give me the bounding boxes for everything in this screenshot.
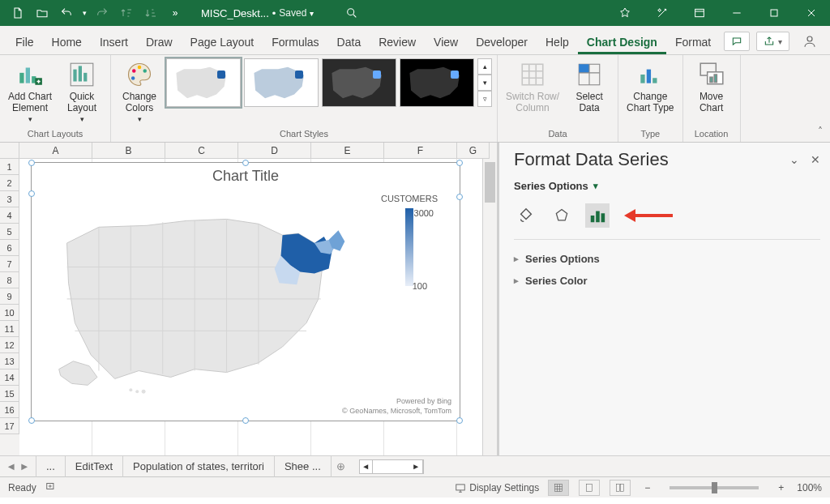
macro-record-icon[interactable] [45, 481, 58, 494]
zoom-level[interactable]: 100% [797, 482, 822, 493]
sheet-nav[interactable]: ◄ ► [0, 460, 36, 472]
row-header[interactable]: 15 [0, 386, 19, 402]
select-data-button[interactable]: Select Data [566, 58, 613, 115]
row-header[interactable]: 7 [0, 256, 19, 272]
close-button[interactable] [793, 0, 830, 26]
row-header[interactable]: 11 [0, 321, 19, 337]
series-options-dropdown[interactable]: Series Options [514, 180, 588, 192]
document-title[interactable]: MISC_Deskt... • Saved ▾ [201, 7, 314, 19]
vertical-scrollbar[interactable] [482, 159, 497, 455]
sheet-tab[interactable]: Shee ... [275, 456, 332, 477]
select-all-corner[interactable] [0, 143, 19, 159]
maximize-button[interactable] [755, 0, 793, 26]
resize-handle[interactable] [28, 417, 35, 424]
comments-button[interactable] [724, 32, 750, 51]
zoom-in-button[interactable]: + [773, 482, 789, 493]
resize-handle[interactable] [242, 160, 249, 166]
col-header[interactable]: G [457, 143, 490, 159]
resize-handle[interactable] [456, 194, 463, 200]
row-header[interactable]: 2 [0, 175, 19, 191]
tab-data[interactable]: Data [328, 29, 370, 54]
redo-icon[interactable] [91, 2, 113, 24]
panel-dropdown-icon[interactable]: ⌄ [789, 153, 799, 166]
add-sheet-button[interactable]: ⊕ [332, 460, 351, 472]
share-button[interactable]: ▾ [756, 32, 789, 51]
tab-insert[interactable]: Insert [91, 29, 137, 54]
quick-layout-button[interactable]: Quick Layout▾ [58, 58, 105, 126]
zoom-slider[interactable] [670, 486, 759, 489]
tab-format[interactable]: Format [666, 29, 720, 54]
expander-series-options[interactable]: ▸Series Options [514, 248, 820, 270]
change-colors-button[interactable]: Change Colors▾ [116, 58, 163, 126]
effects-tab-icon[interactable] [550, 203, 574, 228]
new-file-icon[interactable] [6, 2, 29, 24]
chart-legend[interactable]: CUSTOMERS 3000 100 [369, 194, 450, 291]
undo-dropdown-icon[interactable]: ▾ [79, 2, 89, 24]
col-header[interactable]: E [311, 143, 384, 159]
col-header[interactable]: D [238, 143, 311, 159]
resize-handle[interactable] [28, 160, 35, 166]
row-header[interactable]: 6 [0, 240, 19, 256]
minimize-button[interactable] [718, 0, 755, 26]
view-normal-button[interactable] [548, 480, 569, 496]
map-plot-area[interactable] [43, 194, 362, 396]
fill-line-tab-icon[interactable] [514, 203, 538, 228]
chart-style-1[interactable] [166, 58, 241, 107]
row-header[interactable]: 13 [0, 353, 19, 369]
row-header[interactable]: 5 [0, 224, 19, 240]
tab-view[interactable]: View [425, 29, 467, 54]
chart-style-3[interactable] [322, 58, 396, 107]
col-header[interactable]: F [384, 143, 457, 159]
row-header[interactable]: 12 [0, 337, 19, 353]
panel-close-icon[interactable]: ✕ [811, 153, 820, 166]
styles-scroll-down[interactable]: ▾ [477, 75, 492, 91]
tab-developer[interactable]: Developer [467, 29, 537, 54]
premium-icon[interactable] [606, 0, 644, 26]
tab-draw[interactable]: Draw [137, 29, 182, 54]
sheet-tab-overflow[interactable]: ... [36, 456, 66, 477]
view-page-break-button[interactable] [610, 480, 631, 496]
row-header[interactable]: 8 [0, 272, 19, 288]
row-header[interactable]: 17 [0, 418, 19, 434]
expander-series-color[interactable]: ▸Series Color [514, 270, 820, 292]
sort-desc-icon[interactable] [139, 2, 162, 24]
account-icon[interactable] [796, 32, 824, 51]
col-header[interactable]: A [19, 143, 92, 159]
cells-grid[interactable]: Chart Title [19, 159, 482, 455]
zoom-out-button[interactable]: − [640, 482, 655, 493]
collapse-ribbon-icon[interactable]: ˄ [811, 55, 830, 142]
tab-review[interactable]: Review [370, 29, 425, 54]
resize-handle[interactable] [242, 417, 249, 424]
row-header[interactable]: 9 [0, 288, 19, 305]
open-file-icon[interactable] [31, 2, 53, 24]
col-header[interactable]: B [92, 143, 165, 159]
undo-icon[interactable] [55, 2, 78, 24]
resize-handle[interactable] [456, 160, 463, 166]
row-header[interactable]: 14 [0, 369, 19, 386]
tab-file[interactable]: File [6, 29, 43, 54]
tab-home[interactable]: Home [43, 29, 91, 54]
move-chart-button[interactable]: Move Chart [688, 58, 735, 115]
magic-icon[interactable] [644, 0, 681, 26]
tab-chart-design[interactable]: Chart Design [578, 29, 666, 54]
resize-handle[interactable] [28, 190, 35, 197]
row-header[interactable]: 1 [0, 159, 19, 175]
display-settings-button[interactable]: Display Settings [455, 482, 539, 493]
tab-help[interactable]: Help [537, 29, 578, 54]
row-header[interactable]: 10 [0, 305, 19, 321]
change-chart-type-button[interactable]: Change Chart Type [623, 58, 677, 115]
resize-handle[interactable] [456, 417, 463, 424]
series-options-tab-icon[interactable] [585, 203, 610, 228]
chart-style-2[interactable] [244, 58, 319, 107]
col-header[interactable]: C [165, 143, 238, 159]
row-header[interactable]: 3 [0, 191, 19, 207]
quick-access-more[interactable]: » [164, 2, 186, 24]
embedded-chart[interactable]: Chart Title [31, 162, 460, 421]
row-header[interactable]: 4 [0, 207, 19, 224]
search-button[interactable] [338, 2, 366, 24]
sheet-tab[interactable]: Population of states, territori [123, 456, 275, 477]
sort-asc-icon[interactable] [115, 2, 138, 24]
sheet-tab[interactable]: EditText [66, 456, 123, 477]
tab-page-layout[interactable]: Page Layout [182, 29, 263, 54]
chart-title[interactable]: Chart Title [32, 163, 460, 186]
